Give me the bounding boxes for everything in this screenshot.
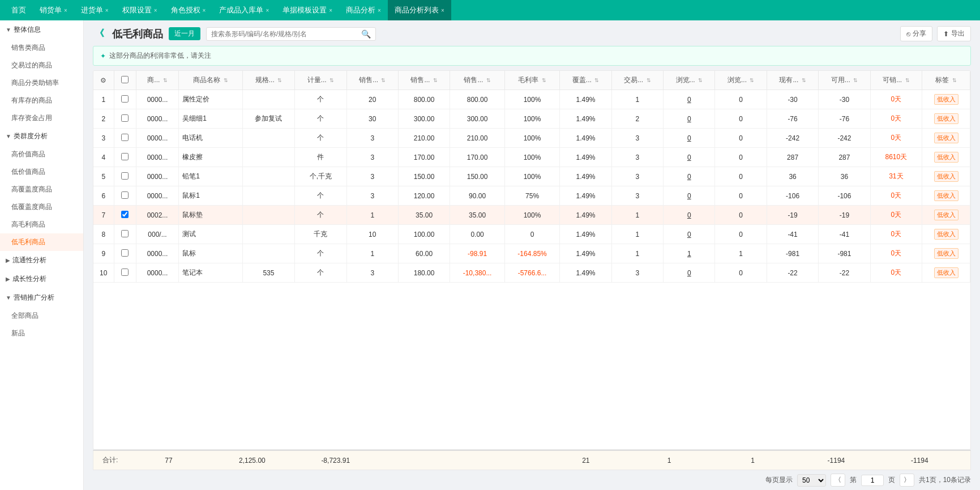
time-filter-button[interactable]: 近一月 bbox=[169, 27, 200, 40]
column-trade-count[interactable]: 交易... ⇅ bbox=[611, 71, 663, 90]
nav-item-analysis[interactable]: 商品分析 × bbox=[339, 0, 388, 20]
column-sale-price[interactable]: 销售... ⇅ bbox=[398, 71, 450, 90]
nav-item-roles[interactable]: 角色授权 × bbox=[164, 0, 213, 20]
close-icon[interactable]: × bbox=[329, 7, 332, 14]
close-icon[interactable]: × bbox=[441, 7, 444, 14]
row-select-checkbox[interactable] bbox=[121, 269, 129, 276]
sidebar-group-growth[interactable]: ▶ 成长性分析 bbox=[0, 270, 83, 288]
sidebar-item-all-goods[interactable]: 全部商品 bbox=[0, 307, 83, 325]
browse1-link[interactable]: 0 bbox=[687, 269, 691, 277]
row-checkbox[interactable] bbox=[114, 129, 136, 148]
browse1-link[interactable]: 0 bbox=[687, 192, 691, 200]
sidebar-item-low-coverage[interactable]: 低覆盖度商品 bbox=[0, 198, 83, 216]
next-page-button[interactable]: 〉 bbox=[900, 474, 914, 487]
export-button[interactable]: ⬆ 导出 bbox=[937, 26, 971, 41]
sidebar-item-stocked-goods[interactable]: 有库存的商品 bbox=[0, 92, 83, 109]
row-browse1[interactable]: 0 bbox=[664, 167, 715, 186]
column-gross-rate[interactable]: 毛利率 ⇅ bbox=[504, 71, 560, 90]
nav-item-permissions[interactable]: 权限设置 × bbox=[115, 0, 164, 20]
sidebar-item-high-value[interactable]: 高价值商品 bbox=[0, 146, 83, 163]
row-checkbox[interactable] bbox=[114, 206, 136, 225]
column-cover-rate[interactable]: 覆盖... ⇅ bbox=[560, 71, 611, 90]
browse1-link[interactable]: 0 bbox=[687, 231, 691, 238]
sidebar-group-cluster[interactable]: ▼ 类群度分析 bbox=[0, 127, 83, 146]
row-select-checkbox[interactable] bbox=[121, 230, 129, 237]
row-browse1[interactable]: 0 bbox=[664, 206, 715, 225]
row-checkbox[interactable] bbox=[114, 186, 136, 206]
column-browse1[interactable]: 浏览... ⇅ bbox=[664, 71, 715, 90]
column-name[interactable]: 商品名称 ⇅ bbox=[179, 71, 243, 90]
sidebar-item-low-value[interactable]: 低价值商品 bbox=[0, 163, 83, 181]
sidebar-group-marketing[interactable]: ▼ 营销推广分析 bbox=[0, 288, 83, 307]
nav-item-production[interactable]: 产成品入库单 × bbox=[212, 0, 276, 20]
close-icon[interactable]: × bbox=[203, 7, 206, 14]
nav-item-home[interactable]: 首页 bbox=[5, 0, 33, 20]
sidebar-item-high-gross[interactable]: 高毛利商品 bbox=[0, 216, 83, 233]
select-all-checkbox[interactable] bbox=[121, 76, 129, 83]
row-checkbox[interactable] bbox=[114, 109, 136, 129]
column-sale-profit[interactable]: 销售... ⇅ bbox=[450, 71, 504, 90]
sidebar-item-sales-goods[interactable]: 销售类商品 bbox=[0, 39, 83, 57]
sidebar-item-traded-goods[interactable]: 交易过的商品 bbox=[0, 57, 83, 74]
column-tag[interactable]: 标签 ⇅ bbox=[922, 71, 970, 90]
sidebar-group-flow[interactable]: ▶ 流通性分析 bbox=[0, 251, 83, 270]
row-browse1[interactable]: 0 bbox=[664, 148, 715, 167]
sidebar-group-overview[interactable]: ▼ 整体信息 bbox=[0, 20, 83, 39]
close-icon[interactable]: × bbox=[105, 7, 109, 14]
row-select-checkbox[interactable] bbox=[121, 172, 129, 180]
column-code[interactable]: 商... ⇅ bbox=[136, 71, 178, 90]
row-checkbox[interactable] bbox=[114, 244, 136, 263]
column-checkbox-header[interactable] bbox=[114, 71, 136, 90]
prev-page-button[interactable]: 〈 bbox=[831, 474, 845, 487]
share-button[interactable]: ⎋ 分享 bbox=[900, 26, 932, 41]
nav-item-template[interactable]: 单据模板设置 × bbox=[276, 0, 339, 20]
row-browse1[interactable]: 1 bbox=[664, 244, 715, 263]
row-checkbox[interactable] bbox=[114, 263, 136, 283]
close-icon[interactable]: × bbox=[154, 7, 157, 14]
browse1-link[interactable]: 0 bbox=[687, 173, 691, 181]
nav-item-sales[interactable]: 销货单 × bbox=[33, 0, 74, 20]
sidebar-item-stock-capital[interactable]: 库存资金占用 bbox=[0, 109, 83, 127]
browse1-link[interactable]: 0 bbox=[687, 154, 691, 161]
row-browse1[interactable]: 0 bbox=[664, 90, 715, 109]
per-page-select[interactable]: 50 100 200 bbox=[797, 474, 826, 487]
browse1-link[interactable]: 0 bbox=[687, 134, 691, 142]
close-icon[interactable]: × bbox=[378, 7, 381, 14]
browse1-link[interactable]: 0 bbox=[687, 96, 691, 104]
sidebar-item-category-rate[interactable]: 商品分类助销率 bbox=[0, 74, 83, 92]
row-select-checkbox[interactable] bbox=[121, 211, 129, 218]
search-input[interactable] bbox=[211, 30, 361, 38]
row-checkbox[interactable] bbox=[114, 167, 136, 186]
column-browse2[interactable]: 浏览... ⇅ bbox=[715, 71, 767, 90]
page-number-input[interactable] bbox=[861, 475, 884, 486]
browse1-link[interactable]: 0 bbox=[687, 115, 691, 123]
column-current-stock[interactable]: 现有... ⇅ bbox=[767, 71, 818, 90]
row-checkbox[interactable] bbox=[114, 148, 136, 167]
nav-item-purchase[interactable]: 进货单 × bbox=[74, 0, 115, 20]
sidebar-item-low-gross[interactable]: 低毛利商品 bbox=[0, 233, 83, 251]
sidebar-item-high-coverage[interactable]: 高覆盖度商品 bbox=[0, 181, 83, 198]
collapse-sidebar-button[interactable]: 《 bbox=[93, 28, 106, 40]
browse1-link[interactable]: 1 bbox=[687, 250, 691, 258]
row-select-checkbox[interactable] bbox=[121, 114, 129, 122]
column-spec[interactable]: 规格... ⇅ bbox=[242, 71, 294, 90]
row-select-checkbox[interactable] bbox=[121, 153, 129, 160]
row-select-checkbox[interactable] bbox=[121, 134, 129, 141]
row-select-checkbox[interactable] bbox=[121, 249, 129, 257]
row-browse1[interactable]: 0 bbox=[664, 225, 715, 244]
column-avail-stock[interactable]: 可用... ⇅ bbox=[819, 71, 870, 90]
close-icon[interactable]: × bbox=[266, 7, 269, 14]
row-browse1[interactable]: 0 bbox=[664, 129, 715, 148]
close-icon[interactable]: × bbox=[64, 7, 67, 14]
column-sale-qty[interactable]: 销售... ⇅ bbox=[346, 71, 398, 90]
row-checkbox[interactable] bbox=[114, 90, 136, 109]
row-select-checkbox[interactable] bbox=[121, 95, 129, 103]
row-browse1[interactable]: 0 bbox=[664, 186, 715, 206]
row-browse1[interactable]: 0 bbox=[664, 263, 715, 283]
column-settings[interactable]: ⚙ bbox=[93, 71, 114, 90]
sidebar-item-new-goods[interactable]: 新品 bbox=[0, 325, 83, 342]
row-select-checkbox[interactable] bbox=[121, 191, 129, 199]
column-unit[interactable]: 计量... ⇅ bbox=[295, 71, 346, 90]
nav-item-analysis-list[interactable]: 商品分析列表 × bbox=[388, 0, 451, 20]
browse1-link[interactable]: 0 bbox=[687, 211, 691, 219]
